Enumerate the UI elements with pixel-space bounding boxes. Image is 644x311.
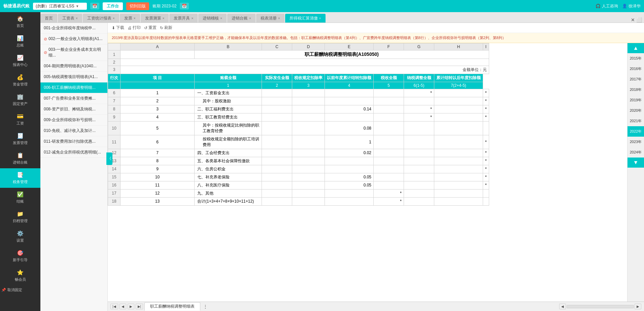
list-item-011[interactable]: 011-研发费用加计扣除优惠... [40, 136, 107, 147]
sheet-scrollbar[interactable] [567, 305, 634, 308]
finance-icon: 💰 [17, 74, 24, 80]
service-label[interactable]: 🎧 人工咨询 [596, 3, 618, 9]
reset-button[interactable]: ↺ 重置 [144, 25, 157, 31]
tab-salary-stats[interactable]: 工资统计报表 × [83, 14, 119, 23]
period-icon-btn[interactable]: 📅 [180, 3, 189, 9]
sheet-first-btn[interactable]: |◀ [110, 304, 118, 309]
tab-purchase-ledger[interactable]: 进销台账 × [227, 14, 256, 23]
sheet-prev-btn[interactable]: ◀ [120, 304, 126, 309]
year-item-2021[interactable]: 2021年 [628, 116, 644, 126]
company-selector[interactable]: (勿删）江西睿宝-LSS ▼ [33, 3, 87, 10]
close-icon[interactable]: × [113, 16, 115, 20]
sidebar-item-salary[interactable]: 💳 工资 [0, 110, 40, 129]
close-icon[interactable]: × [278, 16, 280, 20]
table-year-row: A B C D E F G H I [108, 43, 644, 302]
year-item-2016[interactable]: 2016年 [628, 64, 644, 74]
sidebar-item-archive[interactable]: 📁 归档管理 [0, 207, 40, 227]
sheet-scroll-left[interactable]: ◀ [559, 304, 566, 309]
table-row: 11 6 按税收规定全额扣除的职工培训费用 1 * [108, 135, 489, 149]
close-icon[interactable]: × [249, 16, 251, 20]
sidebar-item-invoice[interactable]: 🧾 发票管理 [0, 129, 40, 149]
year-down-button[interactable]: ▼ [628, 158, 644, 168]
sheet-scroll-right[interactable]: ▶ [635, 304, 641, 309]
close-icon[interactable]: × [220, 16, 222, 20]
tab-invoice-calc[interactable]: 发票测算 × [141, 14, 169, 23]
pin-icon: 📌 [1, 288, 6, 292]
sheet-tab-bar: |◀ ◀ ▶ ▶| 职工薪酬纳税调整明细表 ⋮ ◀ ▶ [108, 302, 644, 311]
sidebar: 🏠 首页 📊 总账 📈 报表中心 💰 资金管理 🏢 固定资产 💳 工资 🧾 发票… [0, 12, 40, 311]
table-container[interactable]: A B C D E F G H I [108, 43, 627, 302]
download-button[interactable]: ⬇ 下载 [112, 25, 124, 31]
year-item-2018[interactable]: 2018年 [628, 84, 644, 95]
sidebar-item-member[interactable]: ⭐ 畅会员 [0, 266, 40, 285]
sidebar-item-settings[interactable]: ⚙️ 设置 [0, 227, 40, 246]
sheet-more-button[interactable]: ⋮ [202, 303, 209, 310]
tab-maximize-button[interactable]: ⬜ [636, 17, 642, 23]
year-item-2022[interactable]: 2022年 [628, 126, 644, 137]
sidebar-item-home[interactable]: 🏠 首页 [0, 12, 40, 32]
sheet-next-btn[interactable]: ▶ [128, 304, 134, 309]
list-item-003[interactable]: ⊘ 003-一般企业业务成本支出明细... [40, 44, 107, 61]
sidebar-label-close: 结账 [16, 199, 24, 204]
list-item-010[interactable]: 010-免税、减计收入及加计... [40, 126, 107, 136]
sidebar-item-close[interactable]: ✅ 结账 [0, 188, 40, 207]
top-bar-right: 🎧 人工咨询 👤 徐泽华 [596, 3, 641, 9]
close-icon[interactable]: × [76, 16, 78, 20]
workbench-button[interactable]: 工作台 [103, 2, 123, 10]
tab-purchase-check[interactable]: 进销稽核 × [198, 14, 227, 23]
close-icon[interactable]: × [163, 16, 165, 20]
year-item-2023[interactable]: 2023年 [628, 137, 644, 147]
list-item-006[interactable]: 006-职工薪酬纳税调整明细... [40, 82, 107, 93]
list-item-008[interactable]: 008-资产折旧、摊销及纳税... [40, 104, 107, 115]
tab-invoice[interactable]: 发票 × [120, 14, 140, 23]
sidebar-label-sales: 进销台账 [13, 160, 28, 165]
sidebar-item-finance[interactable]: 💰 资金管理 [0, 71, 40, 90]
list-item-005[interactable]: 005-纳税调整项目明细表(A1... [40, 72, 107, 82]
list-item-009[interactable]: 009-企业所得税弥补亏损明... [40, 115, 107, 126]
sidebar-item-ledger[interactable]: 📊 总账 [0, 32, 40, 51]
calendar-icon-btn[interactable]: 📅 [90, 3, 99, 9]
sheet-last-btn[interactable]: ▶| [136, 304, 143, 309]
avatar-icon: 👤 [622, 4, 627, 8]
sidebar-label-guide: 新手引导 [13, 257, 28, 263]
col-header-I: I [483, 43, 489, 50]
sheet-tab-salary-adjust[interactable]: 职工薪酬纳税调整明细表 [144, 302, 200, 311]
close-icon[interactable]: × [319, 16, 321, 20]
list-item-012[interactable]: 012-减免企业所得税优惠明细(... [40, 147, 107, 158]
tab-invoice-open[interactable]: 发票开具 × [169, 14, 198, 23]
year-item-2019[interactable]: 2019年 [628, 95, 644, 105]
list-item-004[interactable]: 004-期间费用明细表(A1040... [40, 61, 107, 72]
year-item-2017[interactable]: 2017年 [628, 74, 644, 84]
list-item-007[interactable]: 007-广告费和业务宣传费摊... [40, 93, 107, 104]
tab-salary-sheet[interactable]: 工资表 × [58, 14, 82, 23]
table-row: 13 8 五、各类基本社会保障性缴款 * [108, 157, 489, 165]
tab-bar: 首页 工资表 × 工资统计报表 × 发票 × 发票测算 × 发票开具 × [40, 12, 644, 23]
tab-home[interactable]: 首页 [40, 14, 57, 23]
year-up-button[interactable]: ▲ [628, 43, 644, 53]
close-icon[interactable]: × [134, 16, 136, 20]
year-item-2015[interactable]: 2015年 [628, 53, 644, 64]
list-item-002[interactable]: ⊘ 002-一般企业收入明细表(A1... [40, 34, 107, 44]
cancel-fixed[interactable]: 📌 取消固定 [0, 285, 40, 295]
tab-income-tax[interactable]: 所得税汇算清缴 × [285, 14, 326, 23]
year-item-2020[interactable]: 2020年 [628, 105, 644, 116]
sidebar-item-reports[interactable]: 📈 报表中心 [0, 51, 40, 71]
close-icon[interactable]: × [191, 16, 193, 20]
table-row: 16 11 八、补充医疗保险 0.05 * [108, 181, 489, 189]
sidebar-item-guide[interactable]: 🎯 新手引导 [0, 246, 40, 266]
collapse-panel-button[interactable]: 《 [106, 152, 112, 165]
sidebar-item-sales[interactable]: 📋 进销台账 [0, 149, 40, 168]
sidebar-item-assets[interactable]: 🏢 固定资产 [0, 90, 40, 110]
table-row: 17 12 九、其他 * [108, 189, 489, 197]
print-button[interactable]: 🖨 打印 [128, 25, 141, 31]
list-item-001[interactable]: 001-企业所得税年度纳税申... [40, 23, 107, 34]
sidebar-item-tax[interactable]: 📑 税务管理 [0, 168, 40, 188]
chevron-down-icon: ▼ [76, 4, 79, 8]
right-panel: ⬇ 下载 🖨 打印 ↺ 重置 ↻ 刷新 [108, 23, 644, 311]
year-item-2024[interactable]: 2024年 [628, 147, 644, 158]
tab-close-all-button[interactable]: ✕ [631, 17, 635, 23]
user-label[interactable]: 👤 徐泽华 [622, 3, 641, 9]
switch-old-button[interactable]: 切到旧版 [126, 2, 149, 10]
refresh-button[interactable]: ↻ 刷新 [160, 25, 172, 31]
tab-tax-clear[interactable]: 税表清册 × [256, 14, 284, 23]
